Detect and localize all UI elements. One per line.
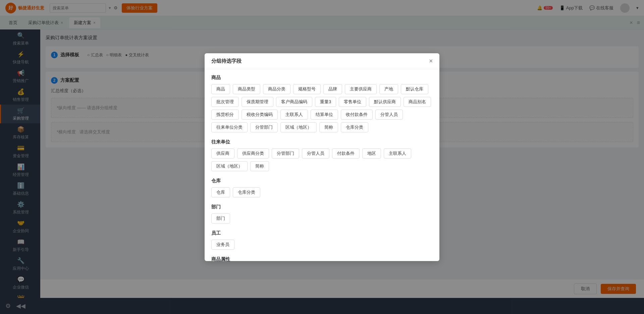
field-tag[interactable]: 收付款条件 [341, 110, 373, 120]
field-tags-product: 商品商品类型商品分类规格型号品牌主要供应商产地默认仓库批次管理保质期管理客户商品… [211, 84, 433, 132]
field-tag[interactable]: 结算单位 [311, 110, 338, 120]
field-tag[interactable]: 供应商分类 [237, 148, 269, 159]
field-section-employee: 员工业务员 [211, 230, 433, 250]
field-tag[interactable]: 仓库分类 [233, 187, 260, 197]
field-tags-warehouse: 仓库仓库分类 [211, 187, 433, 197]
dialog-title: 分组待选字段 [211, 58, 241, 64]
field-select-dialog: 分组待选字段 × 商品商品商品类型商品分类规格型号品牌主要供应商产地默认仓库批次… [205, 53, 439, 261]
field-tag[interactable]: 区域（地区） [211, 161, 248, 171]
field-tag[interactable]: 分管部门 [250, 122, 278, 132]
field-tag[interactable]: 零售单位 [339, 97, 366, 107]
field-tag[interactable]: 往来单位分类 [211, 122, 248, 132]
dialog-overlay: 分组待选字段 × 商品商品商品类型商品分类规格型号品牌主要供应商产地默认仓库批次… [0, 0, 644, 314]
field-tag[interactable]: 商品类型 [233, 84, 260, 94]
field-tag[interactable]: 供应商 [211, 148, 234, 159]
field-tag[interactable]: 默认供应商 [369, 97, 401, 107]
field-tag[interactable]: 简称 [250, 161, 269, 171]
field-tag[interactable]: 主联系人 [280, 110, 308, 120]
field-section-warehouse: 仓库仓库仓库分类 [211, 178, 433, 197]
field-tag[interactable]: 分管人员 [302, 148, 329, 159]
field-section-product_attr: 商品属性属性颜色多规格尺码鞋码1 [211, 256, 433, 261]
field-tags-partner: 供应商供应商分类分管部门分管人员付款条件地区主联系人区域（地区）简称 [211, 148, 433, 171]
field-tag[interactable]: 区域（地区） [280, 122, 317, 132]
section-label-partner: 往来单位 [211, 139, 433, 145]
section-label-department: 部门 [211, 204, 433, 210]
field-tag[interactable]: 商品分类 [263, 84, 290, 94]
field-section-product: 商品商品商品类型商品分类规格型号品牌主要供应商产地默认仓库批次管理保质期管理客户… [211, 75, 433, 132]
field-tag[interactable]: 分管部门 [272, 148, 299, 159]
section-label-warehouse: 仓库 [211, 178, 433, 184]
field-section-department: 部门部门 [211, 204, 433, 224]
field-tag[interactable]: 主联系人 [384, 148, 411, 159]
section-label-product_attr: 商品属性 [211, 256, 433, 261]
field-tag[interactable]: 分管人员 [375, 110, 403, 120]
field-tag[interactable]: 规格型号 [293, 84, 321, 94]
dialog-body[interactable]: 商品商品商品类型商品分类规格型号品牌主要供应商产地默认仓库批次管理保质期管理客户… [205, 69, 439, 261]
field-tag[interactable]: 品牌 [323, 84, 342, 94]
field-tag[interactable]: 部门 [211, 213, 230, 224]
field-tag[interactable]: 默认仓库 [401, 84, 428, 94]
field-tag[interactable]: 保质期管理 [241, 97, 273, 107]
field-tag[interactable]: 商品别名 [404, 97, 431, 107]
field-tag[interactable]: 仓库 [211, 187, 230, 197]
field-tag[interactable]: 主要供应商 [345, 84, 377, 94]
field-tag[interactable]: 商品 [211, 84, 230, 94]
field-tag[interactable]: 付款条件 [332, 148, 360, 159]
section-label-product: 商品 [211, 75, 433, 81]
field-tag[interactable]: 简称 [319, 122, 338, 132]
field-section-partner: 往来单位供应商供应商分类分管部门分管人员付款条件地区主联系人区域（地区）简称 [211, 139, 433, 171]
field-tag[interactable]: 仓库分类 [341, 122, 368, 132]
field-tag[interactable]: 批次管理 [211, 97, 239, 107]
field-tag[interactable]: 产地 [379, 84, 398, 94]
field-tag[interactable]: 业务员 [211, 240, 234, 250]
section-label-employee: 员工 [211, 230, 433, 236]
field-tag[interactable]: 拣货积分 [211, 110, 239, 120]
dialog-header: 分组待选字段 × [205, 53, 439, 69]
dialog-close-button[interactable]: × [429, 58, 433, 64]
field-tags-department: 部门 [211, 213, 433, 224]
field-tag[interactable]: 重量3 [315, 97, 336, 107]
field-tag[interactable]: 税收分类编码 [241, 110, 278, 120]
field-tag[interactable]: 客户商品编码 [276, 97, 312, 107]
field-tag[interactable]: 地区 [362, 148, 381, 159]
field-tags-employee: 业务员 [211, 240, 433, 250]
